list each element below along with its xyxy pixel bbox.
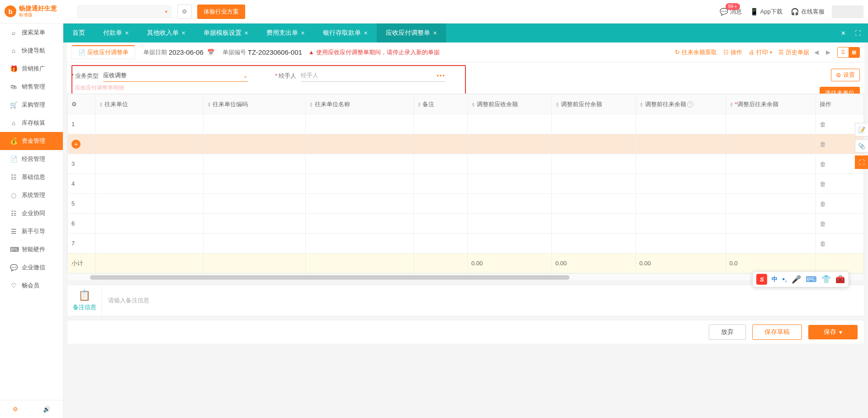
user-avatar[interactable] [832, 5, 863, 18]
sidebar-item-7[interactable]: 📄经营管理 [0, 150, 63, 168]
dock-expand-button[interactable]: ⛶ [855, 155, 868, 169]
row-settings-header[interactable]: ⚙ [68, 94, 95, 114]
table-row[interactable]: 7🗑 [68, 234, 864, 254]
form-row: *业务类型 应收调整 ⌄ *经手人 经手人 ••• 应收应付调整单明细 ⚙设置 … [67, 62, 864, 94]
sidebar-item-12[interactable]: ⌨智能硬件 [0, 240, 63, 258]
collapse-icon[interactable]: ⚙ [13, 406, 18, 413]
sidebar-item-4[interactable]: 🛒采购管理 [0, 96, 63, 114]
view-card-button[interactable]: ▦ [849, 47, 859, 57]
sidebar-item-10[interactable]: ☷企业协同 [0, 204, 63, 222]
sidebar-item-3[interactable]: 🛍销售管理 [0, 78, 63, 96]
ime-floating-bar[interactable]: S 中 •, 🎤 ⌨ 👕 🧰 [752, 271, 849, 287]
sidebar-item-1[interactable]: ⌂快捷导航 [0, 42, 63, 60]
row-index: 4 [68, 174, 95, 194]
biz-type-select[interactable]: 应收调整 ⌄ [103, 70, 248, 82]
tab-1[interactable]: 付款单✕ [94, 23, 138, 42]
date-value[interactable]: 2023-06-06 [169, 48, 204, 56]
add-row-icon[interactable]: + [71, 140, 81, 149]
sound-icon[interactable]: 🔊 [43, 406, 50, 413]
tab-5[interactable]: 银行存取款单✕ [314, 23, 377, 42]
prev-doc-button[interactable]: ◀ [812, 49, 821, 56]
trial-button[interactable]: 体验行业方案 [197, 5, 245, 19]
col-unit-name[interactable]: ▲▼往来单位名称 [305, 94, 413, 114]
ime-keyboard-icon[interactable]: ⌨ [806, 275, 817, 284]
sidebar-item-2[interactable]: 🎁营销推广 [0, 60, 63, 78]
ime-punct-icon[interactable]: •, [782, 275, 787, 284]
delete-row-icon[interactable]: 🗑 [820, 180, 826, 188]
form-settings-button[interactable]: ⚙设置 [831, 69, 860, 81]
table-row[interactable]: 6🗑 [68, 214, 864, 234]
tab-close-icon[interactable]: ✕ [433, 30, 437, 36]
col-unit[interactable]: ▲▼往来单位 [95, 94, 204, 114]
help-icon[interactable]: ? [687, 101, 693, 108]
print-link[interactable]: 🖨打印 ▾ [749, 48, 772, 56]
sidebar-item-14[interactable]: ♡畅会员 [0, 277, 63, 295]
warning-text: 使用应收应付调整单期间，请停止录入新的单据 [316, 48, 440, 56]
col-remark[interactable]: ▲▼备注 [413, 94, 467, 114]
delete-row-icon[interactable]: 🗑 [820, 121, 826, 128]
more-icon[interactable]: ••• [436, 72, 446, 79]
sidebar-item-8[interactable]: ☷基础信息 [0, 168, 63, 186]
table-row[interactable]: +🗑 [68, 134, 864, 154]
tab-0[interactable]: 首页 [63, 23, 94, 42]
org-selector[interactable]: ▾ [77, 5, 172, 19]
app-download-link[interactable]: 📱 App下载 [750, 8, 783, 16]
tab-close-icon[interactable]: ✕ [125, 30, 129, 36]
tab-6[interactable]: 应收应付调整单✕ [377, 23, 446, 42]
settings-gear-button[interactable]: ⚙ [177, 5, 192, 19]
calendar-icon[interactable]: 📅 [207, 49, 214, 56]
delete-row-icon[interactable]: 🗑 [820, 200, 826, 207]
tab-close-all-button[interactable]: ✕ [838, 28, 848, 38]
delete-row-icon[interactable]: 🗑 [820, 240, 826, 247]
sidebar-item-0[interactable]: ⌕搜索菜单 [0, 23, 63, 42]
ime-mic-icon[interactable]: 🎤 [792, 275, 801, 284]
gear-icon: ⚙ [836, 72, 841, 79]
online-service-link[interactable]: 🎧 在线客服 [791, 8, 825, 16]
next-doc-button[interactable]: ▶ [824, 49, 833, 56]
table-row[interactable]: 1🗑 [68, 114, 864, 134]
tab-expand-button[interactable]: ⛶ [853, 28, 863, 38]
col-post-bal[interactable]: ▲▼*调整后往来余额 [726, 94, 816, 114]
table-row[interactable]: 5🗑 [68, 194, 864, 214]
col-pre-bal[interactable]: ▲▼调整前往来余额? [636, 94, 726, 114]
col-unit-code[interactable]: ▲▼往来单位编码 [203, 94, 305, 114]
tab-close-icon[interactable]: ✕ [364, 30, 368, 36]
ime-lang[interactable]: 中 [772, 275, 778, 283]
dock-note-button[interactable]: 📝 [855, 123, 868, 136]
sidebar-item-11[interactable]: ☰新手引导 [0, 222, 63, 240]
operate-link[interactable]: ☷操作 [723, 48, 742, 56]
sidebar-item-5[interactable]: ⌂库存核算 [0, 114, 63, 132]
table-row[interactable]: 4🗑 [68, 174, 864, 194]
sidebar-item-13[interactable]: 💬企业微信 [0, 258, 63, 277]
history-link[interactable]: ☰历史单据 [778, 48, 809, 56]
tab-3[interactable]: 单据模板设置✕ [194, 23, 257, 42]
messages-link[interactable]: 99 + 💬 消息 [720, 8, 742, 16]
tab-close-icon[interactable]: ✕ [181, 30, 185, 36]
dock-attach-button[interactable]: 📎 [855, 139, 868, 153]
delete-row-icon[interactable]: 🗑 [820, 220, 826, 227]
discard-button[interactable]: 放弃 [709, 324, 746, 340]
remark-input[interactable]: 请输入备注信息 [102, 296, 864, 305]
col-pre-ap[interactable]: ▲▼调整前应付余额 [551, 94, 636, 114]
tab-label: 付款单 [103, 29, 122, 37]
delete-row-icon[interactable]: 🗑 [820, 141, 826, 148]
table-row[interactable]: 3🗑 [68, 154, 864, 174]
tab-2[interactable]: 其他收入单✕ [138, 23, 194, 42]
ime-skin-icon[interactable]: 👕 [821, 275, 831, 284]
delete-row-icon[interactable]: 🗑 [820, 160, 826, 168]
sidebar-item-9[interactable]: ◌系统管理 [0, 186, 63, 204]
save-button[interactable]: 保存▾ [808, 325, 858, 339]
sidebar-item-6[interactable]: 💰资金管理 [0, 132, 63, 150]
horizontal-scrollbar[interactable] [67, 273, 864, 281]
sidebar-icon: ⌕ [10, 29, 17, 36]
tab-close-icon[interactable]: ✕ [244, 30, 248, 36]
view-list-button[interactable]: ☰ [838, 47, 849, 57]
tab-4[interactable]: 费用支出单✕ [257, 23, 314, 42]
handler-input[interactable]: 经手人 ••• [301, 70, 446, 82]
doc-type-pill: 📄 应收应付调整单 [71, 45, 135, 59]
save-draft-button[interactable]: 保存草稿 [752, 324, 802, 340]
col-pre-ar[interactable]: ▲▼调整前应收余额 [467, 94, 551, 114]
tab-close-icon[interactable]: ✕ [301, 30, 305, 36]
ime-toolbox-icon[interactable]: 🧰 [835, 275, 845, 284]
balance-regen-link[interactable]: ↻往来余额重取 [675, 48, 717, 56]
